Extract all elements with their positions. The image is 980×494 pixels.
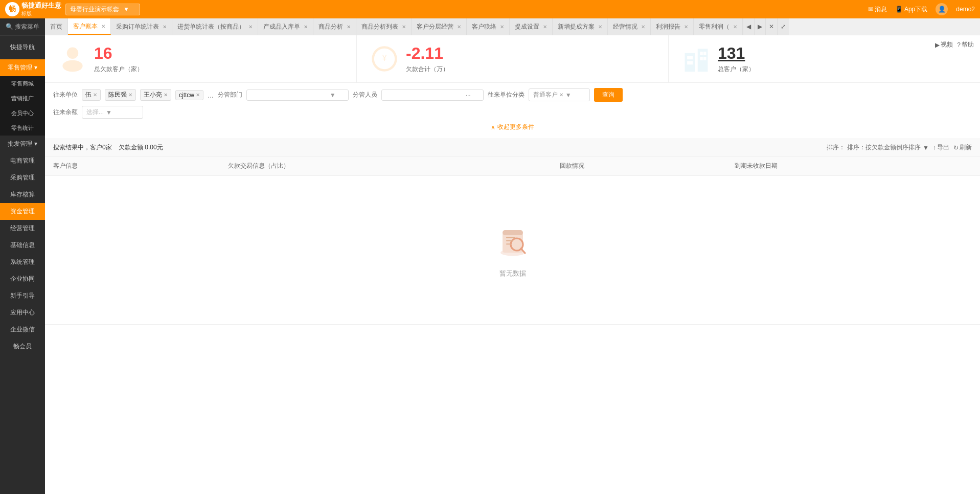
tab-product-analysis[interactable]: 商品分析 ✕ <box>313 18 356 35</box>
tab-operations[interactable]: 经营情况 ✕ <box>608 18 651 35</box>
sidebar-item-marketing[interactable]: 营销推广 <box>0 91 45 106</box>
tab-next-btn[interactable]: ▶ <box>754 18 765 35</box>
svg-rect-10 <box>700 52 703 55</box>
search-icon: 🔍 <box>6 23 13 30</box>
filter-tag-unit-4[interactable]: cjttcw ✕ <box>175 90 203 100</box>
collapse-filters-btn[interactable]: ∧ 收起更多条件 <box>491 123 534 131</box>
help-button[interactable]: ? 帮助 <box>957 40 974 49</box>
tab-commission-settings[interactable]: 提成设置 ✕ <box>510 18 553 35</box>
remove-tag-3[interactable]: ✕ <box>164 92 168 98</box>
remove-tag-4[interactable]: ✕ <box>196 92 200 98</box>
stat-info-customers: 16 总欠款客户（家） <box>94 44 143 74</box>
sidebar-item-new-guide[interactable]: 新手引导 <box>0 287 45 304</box>
refresh-icon: ↻ <box>953 144 959 151</box>
app-download-button[interactable]: 📱 App下载 <box>895 5 927 14</box>
debt-icon: ¥ <box>369 43 400 74</box>
user-avatar[interactable]: 👤 <box>936 3 948 15</box>
tab-retail-profit[interactable]: 零售利润（ ✕ <box>694 18 743 35</box>
tab-expand-btn[interactable]: ⤢ <box>777 18 789 35</box>
sidebar-item-enterprise-collab[interactable]: 企业协同 <box>0 271 45 287</box>
video-button[interactable]: ▶ 视频 <box>935 40 953 49</box>
close-tab-production[interactable]: ✕ <box>304 24 308 30</box>
tab-customer-ledger[interactable]: 客户账本 ✕ <box>68 18 111 35</box>
tab-customer-segmentation[interactable]: 客户分层经营 ✕ <box>412 18 467 35</box>
close-tab-product-analysis[interactable]: ✕ <box>347 24 351 30</box>
close-tab-inbound[interactable]: ✕ <box>248 24 253 30</box>
sidebar-item-app-center[interactable]: 应用中心 <box>0 304 45 321</box>
person-select[interactable]: ··· <box>381 89 484 101</box>
tab-close-all-btn[interactable]: ✕ <box>765 18 777 35</box>
data-table: 客户信息 欠款交易信息（占比） 回款情况 到期未收款日期 <box>45 156 980 325</box>
tab-bar: 首页 客户账本 ✕ 采购订单统计表 ✕ 进货单统计表（按商品） ✕ 产成品入库单… <box>45 18 980 35</box>
stat-value-debt: -2.11 <box>406 44 449 63</box>
tab-production-inbound[interactable]: 产成品入库单 ✕ <box>258 18 313 35</box>
sidebar-item-retail-mall[interactable]: 零售商城 <box>0 76 45 91</box>
stat-card-total-customers: 131 总客户（家） ▶ 视频 ? 帮助 <box>669 35 980 82</box>
balance-filter-label: 往来余额 <box>53 108 78 117</box>
filter-tag-unit-1[interactable]: 伍 ✕ <box>82 89 101 101</box>
dept-select[interactable]: ▼ <box>246 89 349 101</box>
tab-prev-btn[interactable]: ◀ <box>743 18 754 35</box>
sidebar-item-operations[interactable]: 经营管理 <box>0 220 45 237</box>
sidebar-item-basic-info[interactable]: 基础信息 <box>0 237 45 254</box>
more-tags-btn[interactable]: ... <box>208 91 214 99</box>
sidebar-item-chang-member[interactable]: 畅会员 <box>0 338 45 355</box>
remove-category-tag[interactable]: ✕ <box>559 92 563 98</box>
username-label[interactable]: demo2 <box>956 6 975 13</box>
col-overdue-date: 到期未收款日期 <box>726 156 980 176</box>
tab-new-commission-plan[interactable]: 新增提成方案 ✕ <box>553 18 608 35</box>
refresh-button[interactable]: ↻ 刷新 <box>953 143 972 152</box>
dept-filter-label: 分管部门 <box>218 91 242 99</box>
sidebar-item-inventory[interactable]: 库存核算 <box>0 186 45 203</box>
sidebar-item-quick-nav[interactable]: 快捷导航 <box>0 39 45 56</box>
sidebar-search[interactable]: 🔍 搜索菜单 <box>0 18 45 36</box>
tab-inbound-stats[interactable]: 进货单统计表（按商品） ✕ <box>172 18 258 35</box>
remove-tag-2[interactable]: ✕ <box>128 92 132 98</box>
close-tab-customer-ledger[interactable]: ✕ <box>101 24 105 29</box>
top-bar: 畅 畅捷通好生意 标版 母婴行业演示帐套 ▼ ✉ 消息 📱 App下载 👤 <box>0 0 980 18</box>
tab-home[interactable]: 首页 <box>45 18 68 35</box>
top-bar-left: 畅 畅捷通好生意 标版 母婴行业演示帐套 ▼ <box>5 1 140 17</box>
more-options-icon[interactable]: ··· <box>466 92 471 99</box>
close-tab-operations[interactable]: ✕ <box>641 24 645 30</box>
sort-select[interactable]: 排序： 排序：按欠款金额倒序排序 ▼ <box>827 143 929 152</box>
sidebar-item-wholesale-mgmt[interactable]: 批发管理 ▾ <box>0 136 45 152</box>
tab-profit-report[interactable]: 利润报告 ✕ <box>651 18 694 35</box>
empty-state: 暂无数据 <box>53 181 972 319</box>
close-tab-product-list[interactable]: ✕ <box>402 24 406 30</box>
sidebar-item-purchase-mgmt[interactable]: 采购管理 <box>0 169 45 186</box>
sidebar-item-retail-mgmt[interactable]: 零售管理 ▾ <box>0 59 45 76</box>
stat-value-total[interactable]: 131 <box>718 44 755 63</box>
tab-customer-contact[interactable]: 客户联络 ✕ <box>467 18 510 35</box>
export-button[interactable]: ↑ 导出 <box>933 143 949 152</box>
page-content: 16 总欠款客户（家） ¥ -2.11 <box>45 35 980 494</box>
close-tab-retail-profit[interactable]: ✕ <box>733 24 737 30</box>
sidebar-item-member-center[interactable]: 会员中心 <box>0 106 45 121</box>
store-selector[interactable]: 母婴行业演示帐套 ▼ <box>65 4 140 15</box>
svg-point-0 <box>67 48 78 59</box>
close-tab-segmentation[interactable]: ✕ <box>457 24 461 30</box>
sidebar-item-ecommerce[interactable]: 电商管理 <box>0 152 45 169</box>
close-tab-profit[interactable]: ✕ <box>684 24 688 30</box>
category-select[interactable]: 普通客户 ✕ ▼ <box>529 88 590 101</box>
chevron-down-icon: ▼ <box>330 92 336 99</box>
tab-purchase-order-stats[interactable]: 采购订单统计表 ✕ <box>111 18 172 35</box>
close-tab-purchase-order[interactable]: ✕ <box>163 24 167 30</box>
sidebar-item-enterprise-wechat[interactable]: 企业微信 <box>0 321 45 338</box>
filter-tag-unit-3[interactable]: 王小亮 ✕ <box>140 89 171 101</box>
close-tab-commission[interactable]: ✕ <box>543 24 547 30</box>
filter-tag-unit-2[interactable]: 陈民强 ✕ <box>105 89 136 101</box>
sidebar-item-system-mgmt[interactable]: 系统管理 <box>0 254 45 271</box>
close-tab-contact[interactable]: ✕ <box>500 24 504 30</box>
sidebar-item-finance[interactable]: 资金管理 <box>0 203 45 220</box>
close-tab-new-commission[interactable]: ✕ <box>598 24 602 30</box>
sidebar-item-retail-stats[interactable]: 零售统计 <box>0 121 45 136</box>
building-icon <box>681 43 712 74</box>
balance-select[interactable]: 选择... ▼ <box>82 106 143 119</box>
query-button[interactable]: 查询 <box>594 88 623 102</box>
remove-tag-1[interactable]: ✕ <box>93 92 97 98</box>
main-area: 🔍 搜索菜单 快捷导航 零售管理 ▾ 零售商城 营销推广 会员中心 零售统计 <box>0 18 980 494</box>
messages-button[interactable]: ✉ 消息 <box>868 5 887 14</box>
tab-product-analysis-list[interactable]: 商品分析列表 ✕ <box>356 18 412 35</box>
category-tag[interactable]: 普通客户 ✕ <box>533 91 563 99</box>
